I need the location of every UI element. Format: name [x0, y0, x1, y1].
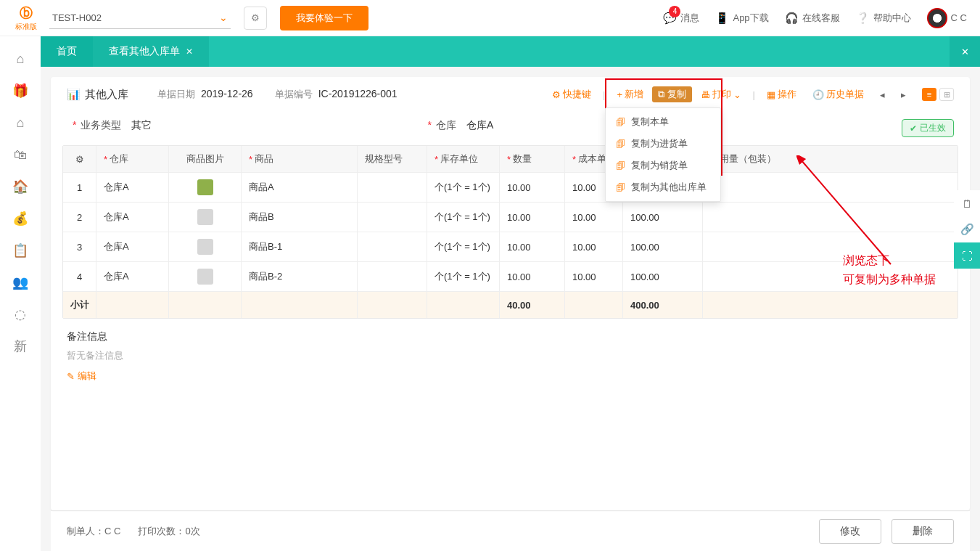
col-unit: *库存单位: [427, 146, 500, 172]
items-table: ⚙ *仓库 商品图片 *商品 规格型号 *库存单位 *数量 *成本单价 *成本金…: [62, 145, 958, 319]
history-button[interactable]: 🕘历史单据: [808, 86, 868, 103]
logo-subtext: 标准版: [15, 22, 37, 32]
nav-bag-icon[interactable]: 🛍: [12, 147, 28, 163]
copy-dd-item[interactable]: 🗐复制为其他出库单: [606, 176, 720, 198]
check-icon: ✔: [910, 123, 917, 134]
head-actions: ⚙快捷键 | +新增 ⧉ 复制 🖶打印 ⌄ 🗐复制本单 🗐复制: [548, 86, 954, 103]
row-wh: 仓库A: [96, 173, 169, 202]
copy-dd-item[interactable]: 🗐复制为进货单: [606, 133, 720, 155]
copy-dd-item[interactable]: 🗐复制为销货单: [606, 155, 720, 176]
row-unit: 个(1个 = 1个): [427, 262, 500, 291]
shortcut-button[interactable]: ⚙快捷键: [548, 86, 596, 103]
status-text: 已生效: [920, 122, 946, 134]
doc-type: 📊 其他入库: [67, 88, 128, 102]
remarks-empty: 暂无备注信息: [67, 349, 954, 362]
view-list-button[interactable]: ≡: [922, 88, 936, 101]
row-unit: 个(1个 = 1个): [427, 173, 500, 202]
table-row[interactable]: 4仓库A商品B-2个(1个 = 1个)10.0010.00100.00: [63, 262, 958, 292]
app-download-link[interactable]: 📱 App下载: [715, 12, 768, 25]
tab-current[interactable]: 查看其他入库单 ✕: [93, 36, 209, 67]
remarks-edit-label: 编辑: [78, 370, 96, 383]
ops-label: 操作: [778, 88, 796, 101]
add-button[interactable]: +新增: [612, 86, 648, 103]
creator-label: 制单人：: [67, 526, 104, 536]
chevron-left-icon: ◂: [880, 89, 885, 100]
table-row[interactable]: 2仓库A商品B个(1个 = 1个)10.0010.00100.00: [63, 203, 958, 232]
print-label: 打印: [712, 88, 731, 101]
footer: 制单人：C C 打印次数：0次 修改 删除: [51, 510, 970, 551]
row-wh: 仓库A: [96, 262, 169, 291]
col-img: 商品图片: [169, 146, 242, 172]
table-row[interactable]: 3仓库A商品B-1个(1个 = 1个)10.0010.00100.00: [63, 232, 958, 262]
row-unit: 个(1个 = 1个): [427, 232, 500, 261]
row-avail: [703, 232, 958, 261]
col-spec: 规格型号: [358, 146, 427, 172]
copy-button[interactable]: ⧉ 复制: [652, 86, 692, 102]
ops-button[interactable]: ▦操作: [762, 86, 801, 103]
delete-button[interactable]: 删除: [892, 519, 954, 544]
float-note-button[interactable]: 🗒: [954, 190, 980, 216]
row-img: [169, 232, 242, 261]
tab-home[interactable]: 首页: [41, 36, 93, 67]
table-row[interactable]: 1仓库A商品A个(1个 = 1个)10.0010.00100.00: [63, 173, 958, 203]
float-expand-button[interactable]: ⛶: [954, 242, 980, 269]
help-link[interactable]: ❔ 帮助中心: [856, 12, 911, 25]
settings-button[interactable]: ⚙: [244, 7, 267, 30]
next-button[interactable]: ▸: [897, 87, 910, 102]
chevron-down-icon: ⌄: [219, 12, 228, 23]
row-spec: [358, 232, 427, 261]
nav-warehouse-icon[interactable]: 🏠: [12, 179, 28, 195]
view-toggle: ≡ ⊞: [922, 88, 954, 101]
remarks-edit-button[interactable]: ✎编辑: [67, 370, 954, 383]
nav-house2-icon[interactable]: ⌂: [12, 115, 28, 131]
col-qty: *数量: [500, 146, 565, 172]
cs-label: 在线客服: [802, 12, 840, 25]
copy-dd-item[interactable]: 🗐复制本单: [606, 111, 720, 133]
nav-home-icon[interactable]: ⌂: [12, 51, 28, 67]
brand-logo: ⓑ 标准版: [13, 5, 39, 31]
doc-type-icon: 📊: [67, 88, 81, 101]
gear-icon: ⚙: [75, 154, 84, 165]
col-gear[interactable]: ⚙: [63, 146, 96, 172]
nav-new-icon[interactable]: 新: [12, 338, 28, 354]
col-prod: *商品: [242, 146, 358, 172]
dd-label: 复制为其他出库单: [631, 181, 707, 194]
print-icon: 🖶: [701, 89, 710, 100]
user-menu[interactable]: C C: [927, 8, 967, 28]
row-prod: 商品B-2: [242, 262, 358, 291]
app-dl-label: App下载: [733, 12, 768, 25]
float-link-button[interactable]: 🔗: [954, 216, 980, 242]
subtotal-qty: 40.00: [500, 292, 565, 318]
table-header-row: ⚙ *仓库 商品图片 *商品 规格型号 *库存单位 *数量 *成本单价 *成本金…: [63, 146, 958, 173]
prev-button[interactable]: ◂: [876, 87, 889, 102]
nav-gift-icon[interactable]: 🎁: [12, 83, 28, 99]
doc-icon: 🗐: [616, 117, 625, 128]
row-amount: 100.00: [623, 262, 703, 291]
row-index: 3: [63, 232, 96, 261]
close-all-tabs-button[interactable]: ✕: [950, 36, 980, 67]
view-card-button[interactable]: ⊞: [939, 88, 954, 101]
logo-icon: ⓑ: [20, 4, 33, 22]
creator-value: C C: [104, 526, 120, 536]
row-price: 10.00: [565, 203, 623, 232]
messages-link[interactable]: 💬 消息 4: [663, 12, 699, 25]
subtotal-row: 小计 40.00 400.00: [63, 292, 958, 318]
nav-more-icon[interactable]: ◌: [12, 306, 28, 322]
nav-clipboard-icon[interactable]: 📋: [12, 242, 28, 258]
separator: |: [603, 89, 605, 100]
close-icon[interactable]: ✕: [186, 46, 193, 57]
avatar: [927, 8, 947, 28]
messages-badge: 4: [669, 6, 680, 17]
remarks-section: 备注信息 暂无备注信息 ✎编辑: [51, 319, 970, 394]
store-selector[interactable]: TEST-H002 ⌄: [49, 7, 231, 29]
edit-button[interactable]: 修改: [819, 519, 881, 544]
print-button[interactable]: 🖶打印 ⌄: [696, 86, 746, 103]
nav-money-icon[interactable]: 💰: [12, 211, 28, 226]
customer-service-link[interactable]: 🎧 在线客服: [785, 12, 840, 25]
row-amount: 100.00: [623, 203, 703, 232]
copy-dropdown: 🗐复制本单 🗐复制为进货单 🗐复制为销货单 🗐复制为其他出库单: [605, 107, 721, 202]
cta-try-button[interactable]: 我要体验一下: [280, 6, 368, 30]
nav-users-icon[interactable]: 👥: [12, 274, 28, 290]
row-qty: 10.00: [500, 262, 565, 291]
separator: |: [753, 89, 755, 100]
